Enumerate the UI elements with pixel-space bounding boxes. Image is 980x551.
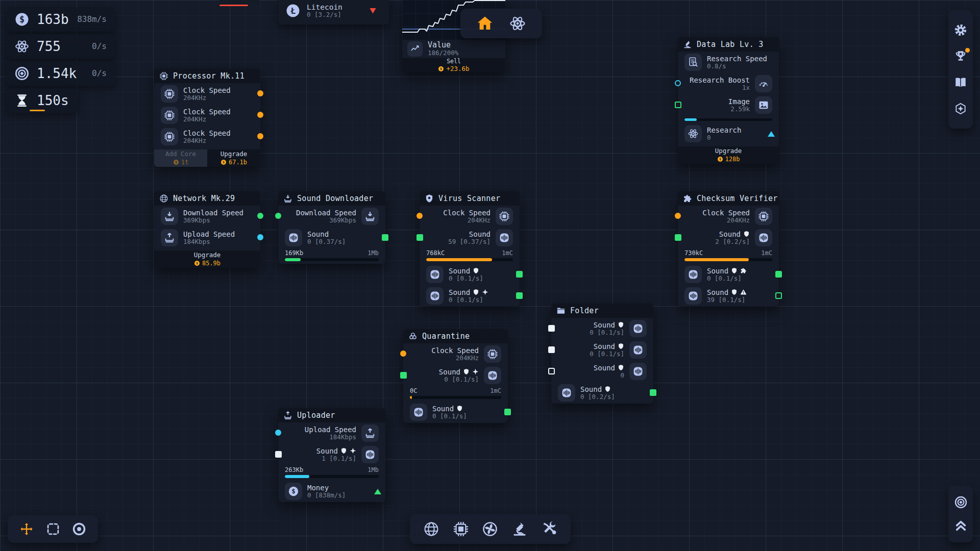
globe-icon [423, 521, 439, 537]
node-data-lab-header[interactable]: Data Lab Lv. 3 [678, 37, 779, 52]
atom-button[interactable] [509, 15, 526, 32]
sound-icon-box [361, 446, 379, 463]
square-port[interactable] [775, 271, 782, 278]
upgrade-button[interactable]: Upgrade$128b [678, 146, 779, 164]
square-port[interactable] [416, 234, 423, 241]
square-port[interactable] [382, 234, 388, 241]
hexstar-button[interactable] [954, 102, 967, 115]
move-button[interactable] [19, 522, 34, 536]
square-port[interactable] [400, 372, 407, 379]
sound-icon [429, 290, 440, 302]
gear-button[interactable] [954, 23, 967, 37]
row-text: Sound0 [0.1/s] [432, 405, 501, 420]
circle-port[interactable] [257, 112, 263, 118]
svg-text:$: $ [223, 160, 225, 164]
button-price: $85.9b [194, 260, 220, 266]
circle-port[interactable] [275, 430, 281, 436]
node-virus-scanner-header[interactable]: Virus Scanner [420, 191, 520, 206]
square-port[interactable] [650, 389, 656, 396]
resource-rate: 0/s [92, 69, 107, 78]
circle-port[interactable] [257, 90, 263, 96]
circle-port[interactable] [275, 213, 281, 219]
row-text: Upload Speed184Kbps [285, 426, 356, 441]
home-button[interactable] [476, 15, 494, 32]
money-icon: $ [220, 159, 227, 165]
svg-text:$: $ [175, 160, 177, 164]
bullseye_diamond-button[interactable] [954, 495, 968, 509]
node-footer: Add Core$1tUpgrade$67.1b [154, 149, 260, 167]
row-text: Money0 [838m/s] [307, 484, 379, 499]
bullseye-button[interactable] [72, 522, 86, 536]
square-port[interactable] [675, 102, 681, 108]
shield-icon [618, 343, 624, 349]
node-folder-header[interactable]: Folder [551, 304, 653, 318]
square-port[interactable] [516, 292, 523, 299]
row-label: Upload Speed [183, 231, 235, 238]
circle-port[interactable] [675, 80, 681, 86]
node-row: Sound39 [0.1/s] [678, 285, 779, 307]
coin-icon: $ [438, 66, 444, 72]
node-checksum-verifier-header[interactable]: Checksum Verifier [678, 191, 779, 206]
upgrade-button[interactable]: Upgrade$67.1b [207, 149, 260, 167]
row-label: Sound [580, 386, 602, 393]
marquee-button[interactable] [46, 522, 60, 536]
square-port[interactable] [504, 409, 511, 415]
square-port[interactable] [516, 271, 523, 278]
game-canvas[interactable]: $163b838m/s7550/s1.54k0/s150s Ł Litecoin… [0, 0, 980, 551]
add-core-button[interactable]: Add Core$1t [154, 149, 207, 167]
microscope-button[interactable] [511, 521, 528, 537]
node-sound-downloader-header[interactable]: Sound Downloader [278, 191, 385, 206]
square-port[interactable] [548, 346, 555, 353]
progress-bar [426, 258, 513, 261]
gauge-icon [758, 78, 769, 89]
node-quarantine-header[interactable]: Quarantine [403, 329, 508, 343]
globe-button[interactable] [423, 521, 439, 537]
square-port[interactable] [548, 325, 555, 332]
book-button[interactable] [954, 76, 967, 89]
chip-icon-box [496, 208, 513, 225]
square-port[interactable] [775, 292, 782, 299]
fan-button[interactable] [482, 521, 498, 537]
sell-button[interactable]: Sell $ +23.6b [402, 58, 505, 72]
node-row: Clock Speed204KHz [403, 343, 508, 365]
row-text: Clock Speed204KHz [183, 87, 254, 102]
row-label: Sound [316, 447, 338, 455]
node-litecoin[interactable]: Ł Litecoin 0 [3.2/s] [278, 0, 389, 24]
tools-button[interactable] [541, 521, 557, 537]
sound-icon [688, 269, 699, 280]
resource-money: $163b838m/s [6, 7, 115, 32]
chevrons-button[interactable] [954, 519, 968, 533]
square-port[interactable] [548, 368, 555, 374]
node-progress: 768kC1mC [420, 248, 520, 264]
circle-port[interactable] [400, 350, 406, 357]
node-processor-header[interactable]: Processor Mk.11 [154, 69, 260, 83]
chip-icon-box [161, 85, 178, 103]
virus-icon [482, 289, 488, 295]
circle-port[interactable] [257, 133, 263, 139]
row-label: Sound [307, 231, 329, 238]
circle-port[interactable] [675, 213, 681, 219]
trophy-button[interactable] [954, 49, 967, 63]
node-row: Sound0 [0.37/s] [278, 227, 385, 248]
bullseye_diamond-icon [14, 66, 30, 81]
chip-icon-box [161, 107, 178, 124]
chip-button[interactable] [453, 521, 469, 537]
row-value: 2.59k [730, 106, 750, 113]
square-port[interactable] [675, 234, 681, 241]
sound-icon [632, 366, 644, 377]
upgrade-button[interactable]: Upgrade$85.9b [154, 251, 260, 268]
sound-icon-box [410, 404, 427, 421]
circle-port[interactable] [257, 234, 263, 240]
resource-atom: 7550/s [6, 34, 115, 59]
node-footer: Upgrade$85.9b [154, 251, 260, 268]
node-uploader-header[interactable]: Uploader [278, 408, 385, 422]
square-port[interactable] [275, 451, 282, 458]
node-network-header[interactable]: Network Mk.29 [154, 191, 260, 206]
row-label: Clock Speed [702, 209, 750, 216]
shield-icon [743, 231, 750, 237]
circle-port[interactable] [416, 213, 423, 219]
offscreen-node-progress [219, 5, 248, 6]
circle-port[interactable] [257, 213, 263, 219]
row-text: Sound0 [0.2/s] [580, 386, 647, 400]
row-text: Sound2 [0.2/s] [684, 231, 750, 245]
